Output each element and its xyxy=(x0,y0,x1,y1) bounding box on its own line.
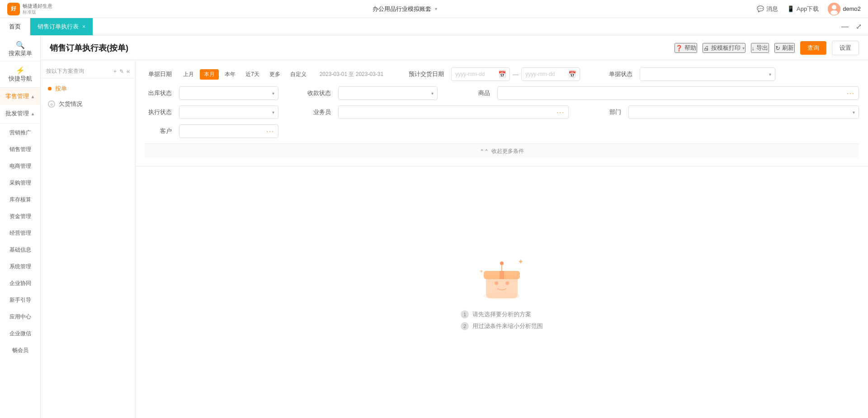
calendar-start-icon[interactable]: 📅 xyxy=(498,71,506,78)
filter-row-3: 执行状态 ▾ 业务员 ··· 部门 ▾ xyxy=(145,105,859,119)
sidebar-item-marketing[interactable]: 营销推广 xyxy=(0,124,40,141)
sidebar-item-basic-info[interactable]: 基础信息 xyxy=(0,242,40,258)
user-area[interactable]: demo2 xyxy=(828,3,861,15)
message-action[interactable]: 💬 消息 xyxy=(757,5,778,13)
sidebar-item-system-mgmt[interactable]: 系统管理 xyxy=(0,258,40,275)
settings-button[interactable]: 设置 xyxy=(832,41,859,55)
filter-tab-more[interactable]: 更多 xyxy=(265,69,284,80)
app-download-action[interactable]: 📱 App下载 xyxy=(787,5,819,13)
single-status-label: 单据状态 xyxy=(605,70,632,78)
sidebar-item-wholesale-mgmt[interactable]: 批发管理 ▲ xyxy=(0,105,40,122)
empty-step-1: 1 请先选择要分析的方案 xyxy=(461,310,543,318)
out-status-select[interactable]: ▾ xyxy=(179,86,278,100)
sidebar-item-purchase-mgmt[interactable]: 采购管理 xyxy=(0,175,40,191)
filter-results-area: 单据日期 上月 本月 本年 近7天 更多 自定义 2023-03-01 至 20… xyxy=(136,60,868,418)
step-1-num: 1 xyxy=(461,310,469,318)
dept-label: 部门 xyxy=(594,108,621,116)
filter-tab-last-month[interactable]: 上月 xyxy=(179,69,198,80)
single-status-select[interactable]: ▾ xyxy=(640,67,775,81)
dept-select[interactable]: ▾ xyxy=(628,105,859,119)
sidebar-item-enterprise-collab[interactable]: 企业协同 xyxy=(0,275,40,292)
recv-status-select[interactable]: ▾ xyxy=(338,86,438,100)
sidebar-item-inventory-check[interactable]: 库存核算 xyxy=(0,191,40,208)
svg-text:✦: ✦ xyxy=(479,268,484,275)
wholesale-expand-icon: ▲ xyxy=(31,111,35,116)
left-panel: 按以下方案查询 + ✎ « 按单 ○ 欠货情况 xyxy=(41,60,136,418)
circle-icon: ○ xyxy=(48,100,55,108)
exec-status-select[interactable]: ▾ xyxy=(179,105,278,119)
export-button[interactable]: ↓ 导出 xyxy=(751,43,769,53)
collapse-panel-button[interactable]: « xyxy=(127,68,130,75)
sidebar-item-enterprise-wechat[interactable]: 企业微信 xyxy=(0,325,40,342)
sidebar-item-finance-mgmt[interactable]: 资金管理 xyxy=(0,208,40,225)
dept-dropdown-icon: ▾ xyxy=(853,110,855,115)
goods-label: 商品 xyxy=(463,89,490,97)
logo-icon: 好 xyxy=(7,3,20,15)
customer-label: 客户 xyxy=(145,127,172,135)
breadcrumb-dropdown-icon[interactable]: ▾ xyxy=(435,6,437,11)
retail-expand-icon: ▲ xyxy=(31,94,35,99)
filter-tab-this-month[interactable]: 本月 xyxy=(200,69,219,80)
tab-bar-actions: — ⤢ xyxy=(840,20,868,33)
left-panel-item-backorder[interactable]: ○ 欠货情况 xyxy=(41,96,135,112)
filter-tab-7days[interactable]: 近7天 xyxy=(241,69,264,80)
refresh-icon: ↻ xyxy=(775,45,780,52)
filter-tab-custom[interactable]: 自定义 xyxy=(286,69,311,80)
top-bar-center: 办公用品行业模拟账套 ▾ xyxy=(373,5,437,13)
tab-minimize-button[interactable]: — xyxy=(840,21,850,33)
expected-date-end-input[interactable]: yyyy-mm-dd 📅 xyxy=(521,67,580,81)
page-actions: ❓ 帮助 🖨 按模板打印 ▾ ↓ 导出 ↻ 刷新 xyxy=(675,41,859,55)
svg-point-12 xyxy=(500,261,504,265)
tab-close-icon[interactable]: × xyxy=(82,24,85,30)
empty-step-2: 2 用过滤条件来缩小分析范围 xyxy=(461,322,543,330)
edit-scheme-button[interactable]: ✎ xyxy=(119,68,124,75)
customer-select[interactable]: ··· xyxy=(179,124,278,138)
recv-status-dropdown-icon: ▾ xyxy=(431,91,434,96)
collapse-filter-button[interactable]: ⌃⌃ 收起更多条件 xyxy=(145,143,859,159)
message-icon: 💬 xyxy=(757,5,764,12)
goods-more-icon[interactable]: ··· xyxy=(847,90,855,97)
main-content: 按以下方案查询 + ✎ « 按单 ○ 欠货情况 xyxy=(41,60,868,418)
results-area: ✦ ✦ 1 请先 xyxy=(136,166,868,418)
empty-illustration: ✦ ✦ xyxy=(475,251,529,305)
customer-more-icon[interactable]: ··· xyxy=(266,128,274,135)
left-panel-item-order[interactable]: 按单 xyxy=(41,81,135,96)
salesperson-label: 业务员 xyxy=(304,108,331,116)
svg-point-2 xyxy=(830,10,838,15)
filter-date-tabs: 上月 本月 本年 近7天 更多 自定义 xyxy=(179,69,311,80)
username: demo2 xyxy=(843,5,861,12)
sidebar-item-operation-mgmt[interactable]: 经营管理 xyxy=(0,225,40,242)
print-button[interactable]: 🖨 按模板打印 ▾ xyxy=(703,43,745,53)
help-button[interactable]: ❓ 帮助 xyxy=(675,43,697,53)
empty-steps-list: 1 请先选择要分析的方案 2 用过滤条件来缩小分析范围 xyxy=(461,310,543,334)
svg-point-10 xyxy=(505,281,509,285)
sidebar-search[interactable]: 🔍 搜索菜单 xyxy=(0,35,40,62)
filter-expected-date-range: yyyy-mm-dd 📅 — yyyy-mm-dd 📅 xyxy=(451,67,580,81)
salesperson-more-icon[interactable]: ··· xyxy=(557,109,565,116)
svg-rect-6 xyxy=(500,271,504,279)
sidebar-item-app-center[interactable]: 应用中心 xyxy=(0,309,40,325)
sidebar-item-new-guide[interactable]: 新手引导 xyxy=(0,292,40,309)
sidebar-item-ecommerce-mgmt[interactable]: 电商管理 xyxy=(0,158,40,175)
single-date-label: 单据日期 xyxy=(145,70,172,78)
sidebar-divider-1 xyxy=(0,123,40,124)
refresh-button[interactable]: ↻ 刷新 xyxy=(774,43,795,53)
filter-tab-this-year[interactable]: 本年 xyxy=(221,69,240,80)
tab-maximize-button[interactable]: ⤢ xyxy=(854,20,863,33)
expected-date-start-input[interactable]: yyyy-mm-dd 📅 xyxy=(451,67,510,81)
add-scheme-button[interactable]: + xyxy=(113,68,117,75)
filter-row-4: 客户 ··· xyxy=(145,124,859,138)
tab-home[interactable]: 首页 xyxy=(0,18,30,35)
sidebar-item-sales-mgmt[interactable]: 销售管理 xyxy=(0,141,40,158)
sidebar-item-vip-member[interactable]: 畅会员 xyxy=(0,342,40,359)
goods-select[interactable]: ··· xyxy=(497,86,859,100)
sidebar-item-retail-mgmt[interactable]: 零售管理 ▲ xyxy=(0,88,40,105)
salesperson-select[interactable]: ··· xyxy=(338,105,569,119)
top-bar: 好 畅捷通好生意 标准版 办公用品行业模拟账套 ▾ 💬 消息 📱 App下载 d… xyxy=(0,0,868,18)
query-button[interactable]: 查询 xyxy=(800,41,826,55)
filter-date-display: 2023-03-01 至 2023-03-31 xyxy=(320,71,383,78)
sidebar-quick-nav[interactable]: ⚡ 快捷导航 xyxy=(0,62,40,88)
empty-state: ✦ ✦ 1 请先 xyxy=(461,251,543,334)
tab-sales-order-exec[interactable]: 销售订单执行表 × xyxy=(30,18,93,35)
calendar-end-icon[interactable]: 📅 xyxy=(568,71,576,78)
